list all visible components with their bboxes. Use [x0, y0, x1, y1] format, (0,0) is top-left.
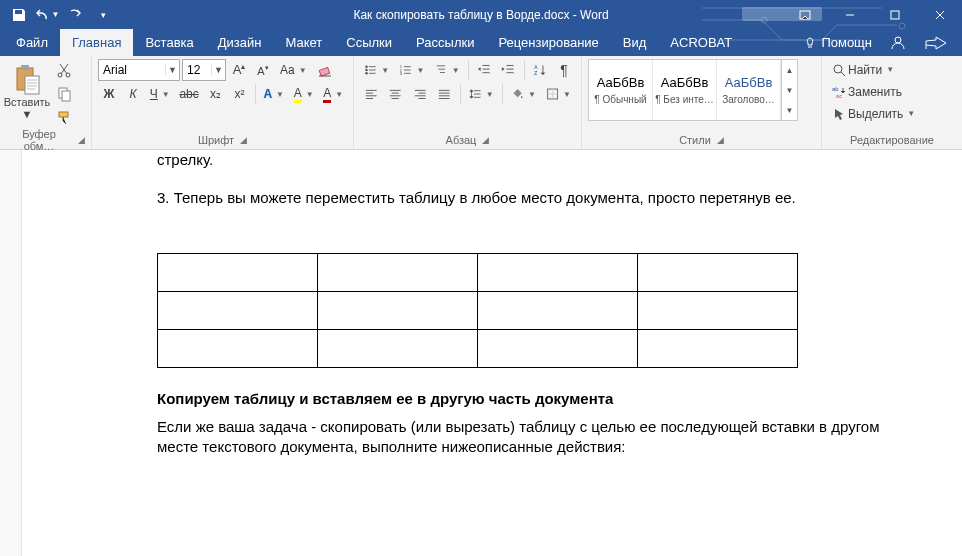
grow-font-button[interactable]: A▴: [228, 59, 250, 81]
superscript-button[interactable]: x²: [229, 83, 251, 105]
table-cell[interactable]: [318, 291, 478, 329]
bullets-button[interactable]: ▼: [360, 59, 393, 81]
share-button[interactable]: [916, 29, 956, 56]
document-area: стрелку. 3. Теперь вы можете переместить…: [0, 150, 962, 556]
style-normal[interactable]: АаБбВв¶ Обычный: [589, 60, 653, 120]
undo-button[interactable]: ▼: [34, 2, 60, 28]
increase-indent-button[interactable]: [497, 59, 519, 81]
align-center-button[interactable]: [384, 83, 406, 105]
show-hide-marks-button[interactable]: ¶: [553, 59, 575, 81]
find-button[interactable]: Найти▼: [828, 59, 938, 80]
caret-down-icon[interactable]: ▼: [211, 65, 225, 75]
caret-down-icon[interactable]: ▼: [165, 65, 179, 75]
style-heading1[interactable]: АаБбВвЗаголово…: [717, 60, 781, 120]
select-button[interactable]: Выделить▼: [828, 103, 938, 124]
line-spacing-button[interactable]: ▼: [465, 83, 498, 105]
document-table[interactable]: [157, 253, 798, 368]
table-row[interactable]: [158, 253, 798, 291]
page[interactable]: стрелку. 3. Теперь вы можете переместить…: [22, 150, 962, 556]
table-cell[interactable]: [478, 291, 638, 329]
table-cell[interactable]: [318, 329, 478, 367]
cut-button[interactable]: [52, 59, 76, 81]
account-button[interactable]: [882, 29, 914, 56]
dialog-launcher[interactable]: ◢: [240, 135, 247, 145]
table-cell[interactable]: [158, 253, 318, 291]
tab-file[interactable]: Файл: [4, 29, 60, 56]
save-button[interactable]: [6, 2, 32, 28]
dialog-launcher[interactable]: ◢: [78, 135, 85, 145]
style-no-spacing[interactable]: АаБбВв¶ Без инте…: [653, 60, 717, 120]
minimize-button[interactable]: [827, 0, 872, 29]
table-cell[interactable]: [318, 253, 478, 291]
align-right-button[interactable]: [409, 83, 431, 105]
vertical-ruler[interactable]: [0, 150, 22, 556]
svg-point-8: [58, 73, 62, 77]
qat-customize-button[interactable]: ▾: [90, 2, 116, 28]
sort-button[interactable]: AZ: [529, 59, 551, 81]
maximize-button[interactable]: [872, 0, 917, 29]
ribbon: Вставить ▼ Буфер обм…◢ Arial▼ 12▼ A▴ A▾ …: [0, 56, 962, 150]
table-cell[interactable]: [478, 253, 638, 291]
font-color-button[interactable]: A▼: [319, 83, 347, 105]
tab-insert[interactable]: Вставка: [133, 29, 205, 56]
copy-button[interactable]: [52, 83, 76, 105]
table-cell[interactable]: [638, 291, 798, 329]
table-row[interactable]: [158, 291, 798, 329]
underline-button[interactable]: Ч▼: [146, 83, 174, 105]
gallery-more-button[interactable]: ▼: [782, 100, 797, 120]
redo-button[interactable]: [62, 2, 88, 28]
tell-me-button[interactable]: Помощн: [795, 29, 880, 56]
replace-button[interactable]: abacЗаменить: [828, 81, 938, 102]
dialog-launcher[interactable]: ◢: [482, 135, 489, 145]
svg-rect-12: [59, 112, 68, 117]
multilevel-list-button[interactable]: ▼: [431, 59, 464, 81]
account-indicator[interactable]: [742, 7, 822, 21]
numbering-button[interactable]: 123▼: [395, 59, 428, 81]
italic-button[interactable]: К: [122, 83, 144, 105]
tab-home[interactable]: Главная: [60, 29, 133, 56]
svg-point-9: [66, 73, 70, 77]
tab-design[interactable]: Дизайн: [206, 29, 274, 56]
font-name-combo[interactable]: Arial▼: [98, 59, 180, 81]
tab-mailings[interactable]: Рассылки: [404, 29, 486, 56]
caret-down-icon: ▼: [276, 90, 284, 99]
align-left-button[interactable]: [360, 83, 382, 105]
style-name: Заголово…: [719, 94, 778, 105]
borders-button[interactable]: ▼: [542, 83, 575, 105]
justify-button[interactable]: [433, 83, 455, 105]
format-painter-icon: [56, 110, 72, 126]
gallery-down-button[interactable]: ▼: [782, 80, 797, 100]
styles-gallery-scroll: ▲ ▼ ▼: [781, 60, 797, 120]
subscript-icon: x₂: [210, 87, 221, 101]
tab-acrobat[interactable]: ACROBAT: [658, 29, 744, 56]
table-cell[interactable]: [478, 329, 638, 367]
caret-down-icon: ▼: [299, 66, 307, 75]
clear-formatting-button[interactable]: [313, 59, 337, 81]
window-title: Как скопировать таблицу в Ворде.docx - W…: [353, 8, 608, 22]
text-effects-button[interactable]: A▼: [260, 83, 288, 105]
subscript-button[interactable]: x₂: [205, 83, 227, 105]
table-cell[interactable]: [158, 329, 318, 367]
tab-review[interactable]: Рецензирование: [486, 29, 610, 56]
decrease-indent-button[interactable]: [473, 59, 495, 81]
paste-button[interactable]: Вставить ▼: [6, 59, 48, 127]
shading-button[interactable]: ▼: [507, 83, 540, 105]
table-cell[interactable]: [638, 329, 798, 367]
change-case-button[interactable]: Aa▼: [276, 59, 311, 81]
table-cell[interactable]: [158, 291, 318, 329]
table-row[interactable]: [158, 329, 798, 367]
shrink-font-button[interactable]: A▾: [252, 59, 274, 81]
tab-layout[interactable]: Макет: [273, 29, 334, 56]
gallery-up-button[interactable]: ▲: [782, 60, 797, 80]
format-painter-button[interactable]: [52, 107, 76, 129]
close-button[interactable]: [917, 0, 962, 29]
strikethrough-button[interactable]: abc: [176, 83, 203, 105]
table-cell[interactable]: [638, 253, 798, 291]
tab-view[interactable]: Вид: [611, 29, 659, 56]
tab-references[interactable]: Ссылки: [334, 29, 404, 56]
highlight-button[interactable]: A▼: [290, 83, 318, 105]
font-size-combo[interactable]: 12▼: [182, 59, 226, 81]
group-font: Arial▼ 12▼ A▴ A▾ Aa▼ Ж К Ч▼ abc x₂ x² A▼: [92, 56, 354, 149]
bold-button[interactable]: Ж: [98, 83, 120, 105]
dialog-launcher[interactable]: ◢: [717, 135, 724, 145]
